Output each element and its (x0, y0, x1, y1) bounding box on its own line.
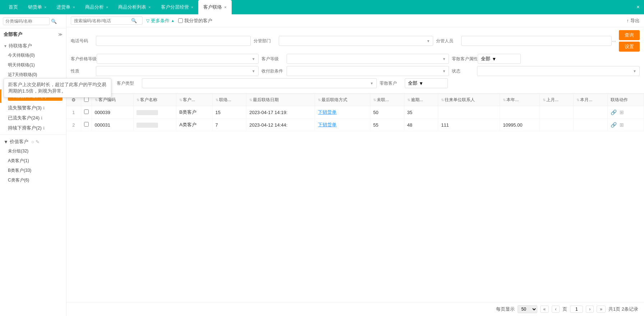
export-label: 导出 (630, 18, 640, 24)
sidebar-collapse-icon[interactable]: ≫ (58, 32, 62, 37)
customer-price-field: 客户价格等级 ▼ (71, 54, 259, 64)
dept-chevron-icon: ▼ (426, 39, 430, 43)
row2-last-date: 2023-04-12 14:44: (246, 119, 315, 131)
main-search-input[interactable] (74, 18, 130, 23)
per-page-select[interactable]: 50 20 100 (518, 305, 537, 313)
retail-attr-select[interactable]: 全部 ▼ (478, 54, 521, 64)
nav-product-analysis[interactable]: 商品分析 × (80, 0, 113, 14)
col-last-method-header[interactable]: 最后联络方式 (315, 94, 370, 106)
col-last-date-header[interactable]: 最后联络日期 (246, 94, 315, 106)
search-magnifier-icon[interactable]: 🔍 (131, 18, 137, 23)
prev-page-button[interactable]: ‹ (552, 306, 560, 313)
value-edit-pencil-icon[interactable]: ✎ (36, 139, 40, 145)
per-page-label: 每页显示 (496, 306, 515, 312)
manager-select[interactable] (461, 36, 612, 46)
gender-select[interactable]: ▼ (96, 66, 259, 76)
value-customers-group[interactable]: ▼ 价值客户 ○ ✎ (0, 136, 66, 146)
row2-method-link[interactable]: 下销货单 (318, 122, 337, 127)
close-sales-icon[interactable]: × (44, 5, 46, 9)
select-all-checkbox[interactable] (84, 97, 89, 102)
sidebar-search-input[interactable] (3, 17, 50, 25)
table-settings-icon[interactable]: ⚙ (71, 97, 76, 103)
value-edit-icon[interactable]: ○ (31, 139, 34, 145)
my-customers-checkbox-label[interactable]: 我分管的客户 (178, 18, 212, 24)
dept-select[interactable]: ▼ (279, 36, 434, 46)
all-customers-header[interactable]: 全部客户 ≫ (0, 28, 66, 41)
row1-last-method[interactable]: 下销货单 (315, 106, 370, 119)
window-close-button[interactable]: × (636, 4, 640, 10)
sidebar-item-b-class[interactable]: B类客户(33) (0, 166, 66, 175)
customer-type-select[interactable]: ▼ (142, 78, 377, 88)
phone-input[interactable] (96, 36, 251, 46)
row1-this-month (574, 106, 608, 119)
payment-select[interactable]: ▼ (287, 66, 449, 76)
sidebar-search-icon[interactable]: 🔍 (51, 19, 57, 24)
row1-select-checkbox[interactable] (84, 109, 89, 114)
retail-attr-label: 零散客户属性 (452, 56, 478, 62)
row2-select-checkbox[interactable] (84, 122, 89, 127)
close-product-analysis-list-icon[interactable]: × (148, 5, 150, 9)
sidebar-item-lost-prediction[interactable]: 流失预警客户(3) ℹ (0, 103, 66, 113)
nav-customer-contact[interactable]: 客户联络 × (198, 0, 231, 14)
row1-unit-contact (438, 106, 500, 119)
col-last-month-header[interactable]: 上月... (539, 94, 574, 106)
sidebar-item-tomorrow[interactable]: 明天待联络(1) (0, 60, 66, 70)
customer-grade-select[interactable]: ▼ (287, 54, 449, 64)
col-type-header[interactable]: 客户... (176, 94, 212, 106)
nav-customer-segment[interactable]: 客户分层经营 × (156, 0, 198, 14)
retail-customer-field: 零散客户 全部 ▼ (380, 78, 640, 88)
row2-grid-icon[interactable]: ⊞ (620, 122, 624, 128)
export-button[interactable]: ↑ 导出 (627, 18, 640, 24)
row2-link-icon[interactable]: 🔗 (611, 122, 617, 128)
col-unit-contact-header[interactable]: 往来单位联系人 (438, 94, 500, 106)
my-customers-checkbox[interactable] (178, 18, 183, 23)
page-number-input[interactable] (570, 306, 583, 313)
col-overdue-header[interactable]: 逾期... (404, 94, 438, 106)
row1-checkbox[interactable] (81, 106, 92, 119)
retail-customer-chevron-icon: ▼ (419, 81, 423, 86)
sidebar-item-ungrouped[interactable]: 未分组(32) (0, 146, 66, 156)
row2-checkbox[interactable] (81, 119, 92, 131)
pending-contact-group[interactable]: ▼ 待联络客户 (0, 41, 66, 51)
row2-last-method[interactable]: 下销货单 (315, 119, 370, 131)
close-purchase-icon[interactable]: × (73, 5, 75, 9)
next-page-button[interactable]: › (586, 306, 594, 313)
settings-button[interactable]: 设置 (619, 42, 640, 52)
close-customer-segment-icon[interactable]: × (191, 5, 193, 9)
filter-bar: 🔍 ▽ 更多条件 ▲ 我分管的客户 ↑ 导出 (66, 14, 644, 27)
sidebar-item-a-class[interactable]: A类客户(1) (0, 156, 66, 166)
retail-customer-select[interactable]: 全部 ▼ (405, 78, 448, 88)
customer-price-chevron-icon: ▼ (252, 57, 255, 61)
sidebar-item-c-class[interactable]: C类客户(6) (0, 175, 66, 185)
nav-sales[interactable]: 销货单 × (23, 0, 51, 14)
sidebar-item-continuous-down[interactable]: 持续下滑客户(2) ℹ (0, 123, 66, 133)
nav-purchase[interactable]: 进货单 × (51, 0, 80, 14)
sidebar-item-today[interactable]: 今天待联络(0) (0, 51, 66, 60)
row2-overdue: 48 (404, 119, 438, 131)
col-this-year-header[interactable]: 本年... (500, 94, 539, 106)
row1-method-link[interactable]: 下销货单 (318, 109, 337, 115)
nav-home[interactable]: 首页 (4, 0, 23, 14)
query-button[interactable]: 查询 (619, 30, 640, 40)
row1-link-icon[interactable]: 🔗 (611, 109, 617, 115)
more-conditions-btn[interactable]: ▽ 更多条件 ▲ (146, 18, 175, 24)
continuous-down-info-icon: ℹ (43, 126, 45, 131)
top-navigation: 首页 销货单 × 进货单 × 商品分析 × 商品分析列表 × 客户分层经营 × … (0, 0, 644, 14)
customer-price-select[interactable]: ▼ (97, 54, 259, 64)
chevron-up-icon: ▲ (171, 19, 175, 23)
sidebar-item-already-lost[interactable]: 已流失客户(24) ℹ (0, 113, 66, 123)
manager-dots-icon[interactable]: ··· (612, 38, 616, 44)
col-contact-header[interactable]: 联络... (212, 94, 246, 106)
row2-actions: 🔗 ⊞ (608, 119, 644, 131)
col-unpaid-header[interactable]: 未联... (370, 94, 404, 106)
nav-product-analysis-list[interactable]: 商品分析列表 × (113, 0, 156, 14)
row2-type: A类客户 (176, 119, 212, 131)
col-name-header[interactable]: 客户名称 (133, 94, 176, 106)
last-page-button[interactable]: » (597, 306, 606, 313)
close-product-analysis-icon[interactable]: × (106, 5, 108, 9)
close-customer-contact-icon[interactable]: × (224, 5, 226, 9)
row1-grid-icon[interactable]: ⊞ (620, 109, 624, 115)
col-this-month-header[interactable]: 本月... (574, 94, 608, 106)
first-page-button[interactable]: « (540, 306, 549, 313)
status-select[interactable]: ▼ (477, 66, 640, 76)
